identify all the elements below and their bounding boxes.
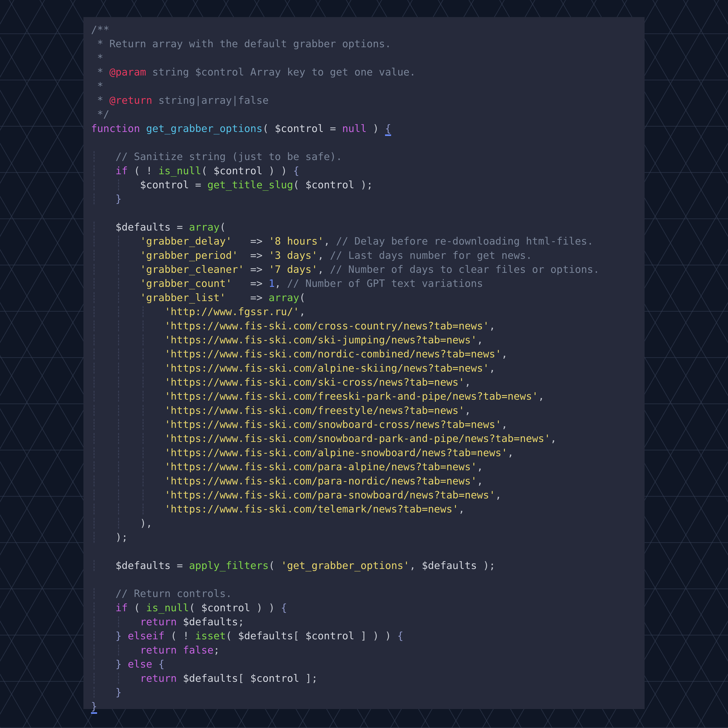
url-string: 'https://www.fis-ski.com/alpine-skiing/n… — [165, 362, 489, 374]
variable: $control — [275, 122, 324, 135]
docblock-line: * — [91, 52, 103, 64]
url-string: 'http://www.fgssr.ru/' — [165, 306, 299, 318]
phpdoc-tag: @return — [109, 94, 152, 106]
docblock-close: */ — [91, 108, 109, 120]
phpdoc-tag: @param — [109, 66, 146, 78]
url-string: 'https://www.fis-ski.com/para-alpine/new… — [165, 461, 477, 473]
url-string: 'https://www.fis-ski.com/telemark/news?t… — [165, 503, 459, 515]
docblock-line: * @param string $control Array key to ge… — [91, 66, 416, 78]
url-string: 'https://www.fis-ski.com/cross-country/n… — [165, 320, 489, 332]
close-brace: } — [91, 700, 97, 714]
url-string: 'https://www.fis-ski.com/snowboard-park-… — [165, 433, 551, 444]
open-brace: { — [385, 122, 391, 136]
comment: // Sanitize string (just to be safe). — [115, 150, 342, 162]
code-editor[interactable]: /** * Return array with the default grab… — [83, 17, 645, 709]
url-string: 'https://www.fis-ski.com/ski-jumping/new… — [165, 334, 477, 346]
url-string: 'https://www.fis-ski.com/para-nordic/new… — [165, 475, 477, 487]
docblock-line: * @return string|array|false — [91, 94, 269, 106]
keyword-function: function — [91, 122, 140, 135]
url-string: 'https://www.fis-ski.com/para-snowboard/… — [165, 489, 496, 501]
docblock-open: /** — [91, 24, 109, 36]
docblock-line: * — [91, 80, 103, 92]
url-string: 'https://www.fis-ski.com/snowboard-cross… — [165, 418, 502, 430]
code-block: /** * Return array with the default grab… — [91, 23, 639, 714]
docblock-line: * Return array with the default grabber … — [91, 38, 391, 50]
url-string: 'https://www.fis-ski.com/nordic-combined… — [165, 348, 502, 360]
url-string: 'https://www.fis-ski.com/freestyle/news?… — [165, 404, 465, 416]
function-name: get_grabber_options — [146, 122, 263, 135]
url-string: 'https://www.fis-ski.com/ski-cross/news?… — [165, 376, 465, 388]
url-string: 'https://www.fis-ski.com/alpine-snowboar… — [165, 447, 508, 459]
url-string: 'https://www.fis-ski.com/freeski-park-an… — [165, 390, 538, 402]
